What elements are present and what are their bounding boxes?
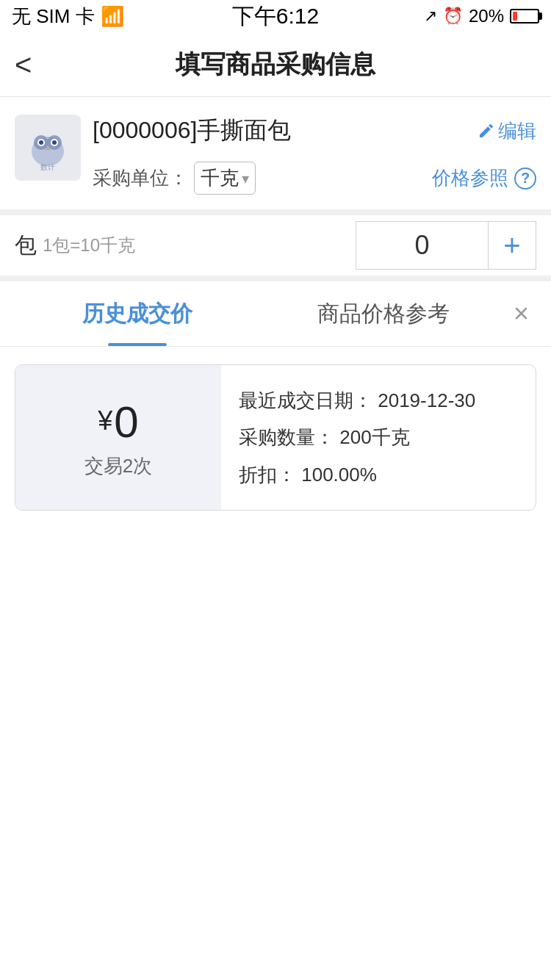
- wifi-icon: 📶: [101, 5, 124, 28]
- unit-select[interactable]: 千克 ▾: [194, 162, 256, 195]
- status-bar: 无 SIM 卡 📶 下午6:12 ↗ ⏰ 20%: [0, 0, 551, 32]
- discount-row: 折扣： 100.00%: [239, 461, 518, 488]
- svg-point-5: [39, 140, 43, 145]
- product-logo-icon: 数计: [22, 122, 73, 173]
- nav-bar: < 填写商品采购信息: [0, 32, 551, 97]
- status-right: ↗ ⏰ 20%: [424, 6, 539, 26]
- edit-button[interactable]: 编辑: [478, 118, 536, 144]
- qty-plus-button[interactable]: +: [488, 221, 536, 270]
- svg-point-6: [52, 140, 57, 145]
- recent-date-value: 2019-12-30: [378, 389, 475, 411]
- qty-row: 采购数量： 200千克: [239, 424, 518, 450]
- tab-underline: [108, 343, 167, 346]
- sim-label: 无 SIM 卡: [12, 4, 95, 29]
- recent-date-row: 最近成交日期： 2019-12-30: [239, 387, 518, 414]
- price-ref-button[interactable]: 价格参照 ?: [432, 165, 536, 191]
- price-card: ¥ 0 交易2次 最近成交日期： 2019-12-30 采购数量： 200千克 …: [15, 364, 536, 511]
- discount-label: 折扣：: [239, 464, 296, 486]
- close-button[interactable]: ×: [506, 291, 536, 336]
- price-left: ¥ 0 交易2次: [15, 365, 221, 510]
- trade-count: 交易2次: [84, 453, 152, 479]
- discount-value: 100.00%: [301, 464, 377, 486]
- price-value: 0: [114, 397, 138, 447]
- clock: 下午6:12: [232, 1, 319, 32]
- tab-history-label: 历史成交价: [82, 299, 192, 329]
- qty-row-value: 200千克: [339, 426, 409, 448]
- currency-symbol: ¥: [98, 406, 112, 436]
- product-info: [0000006]手撕面包 编辑 采购单位： 千克 ▾ 价格: [93, 115, 536, 195]
- price-amount: ¥ 0: [98, 397, 138, 447]
- price-ref-label: 价格参照: [432, 165, 508, 191]
- chevron-down-icon: ▾: [242, 170, 249, 187]
- page-title: 填写商品采购信息: [176, 48, 375, 82]
- edit-icon: [478, 122, 495, 140]
- qty-input-group: +: [356, 221, 536, 270]
- qty-input[interactable]: [356, 221, 488, 270]
- tab-row: 历史成交价 商品价格参考 ×: [0, 281, 551, 346]
- product-name: [0000006]手撕面包: [93, 115, 291, 147]
- unit-row: 采购单位： 千克 ▾: [93, 162, 256, 195]
- price-right: 最近成交日期： 2019-12-30 采购数量： 200千克 折扣： 100.0…: [221, 365, 536, 510]
- tab-product-price[interactable]: 商品价格参考: [260, 281, 505, 346]
- product-thumbnail: 数计: [15, 115, 81, 181]
- tab-history-price[interactable]: 历史成交价: [15, 281, 260, 346]
- recent-date-label: 最近成交日期：: [239, 389, 372, 411]
- help-icon: ?: [514, 167, 536, 190]
- alarm-icon: ⏰: [443, 7, 463, 26]
- qty-unit-label: 包: [15, 231, 37, 261]
- price-cards: ¥ 0 交易2次 最近成交日期： 2019-12-30 采购数量： 200千克 …: [0, 347, 551, 528]
- back-button[interactable]: <: [15, 50, 32, 79]
- battery-icon: [510, 9, 539, 24]
- quantity-section: 包 1包=10千克 +: [0, 215, 551, 281]
- unit-label: 采购单位：: [93, 165, 188, 191]
- location-icon: ↗: [424, 7, 437, 26]
- svg-text:数计: 数计: [40, 163, 55, 171]
- tab-panel: 历史成交价 商品价格参考 ×: [0, 281, 551, 347]
- qty-unit-hint: 1包=10千克: [43, 234, 135, 257]
- qty-row-label: 采购数量：: [239, 426, 334, 448]
- battery-label: 20%: [469, 6, 504, 26]
- tab-product-label: 商品价格参考: [317, 299, 450, 329]
- unit-value: 千克: [201, 165, 239, 191]
- empty-space: [0, 528, 551, 969]
- product-section: 数计 [0000006]手撕面包 编辑 采购单位： 千克 ▾: [0, 97, 551, 215]
- status-left: 无 SIM 卡 📶: [12, 4, 124, 29]
